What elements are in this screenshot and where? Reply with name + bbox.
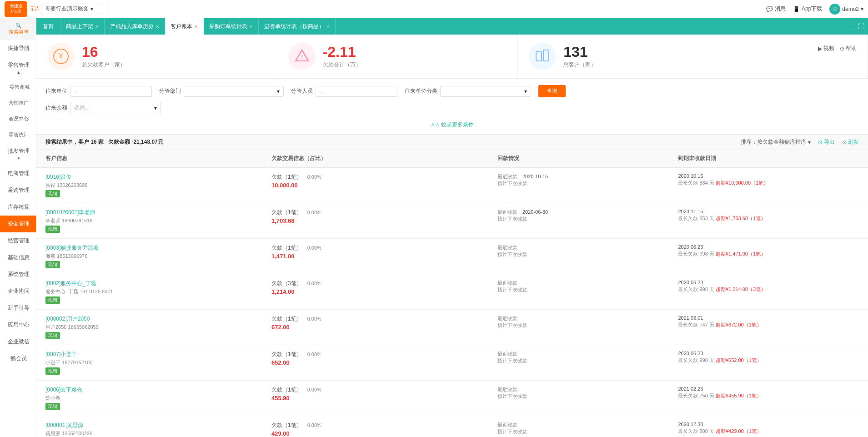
tab-customer-account[interactable]: 客户账本 ✕	[165, 18, 204, 35]
sidebar-item-member2[interactable]: 畅会员	[0, 350, 36, 367]
tab-home[interactable]: 首页	[36, 18, 60, 35]
message-btn[interactable]: 💬 消息	[766, 5, 786, 13]
due-overdue-1[interactable]: 超期¥1,703.68（1笔）	[716, 216, 766, 221]
stat-top-btns: ▶ 视频 ⊙ 帮助	[818, 45, 857, 52]
sidebar-retail-stat-label: 零售统计	[4, 131, 34, 138]
duedate-info-2: 2020.06.23 最长欠款 998 天 超期¥1,471.00（1笔）	[678, 244, 859, 257]
debt-amount-0: 10,000.00	[271, 182, 497, 189]
refresh-btn[interactable]: ⊙ 刷新	[842, 138, 859, 146]
sort-label: 排序：按欠款金额倒序排序	[741, 138, 806, 146]
sidebar-item-retail-mall[interactable]: 零售商城	[0, 79, 36, 95]
sidebar-item-marketing[interactable]: 营销推广	[0, 95, 36, 111]
next-pay-label-2: 预计下次收款	[497, 251, 678, 258]
return-label-2: 最近收款	[497, 244, 678, 251]
sidebar-item-biz[interactable]: 经营管理	[0, 232, 36, 249]
due-detail-7: 最长欠款 808 天 超期¥429.00（1笔）	[678, 428, 859, 435]
sidebar-item-search[interactable]: 🔍 搜索菜单	[0, 18, 36, 40]
sidebar-item-finance[interactable]: 资金管理	[0, 216, 36, 232]
last-pay-label-7: 最近收款	[497, 422, 517, 427]
tab-products[interactable]: 商品上下架 ✕	[60, 18, 105, 35]
debt-row-0: 欠款（1笔） 0.00%	[271, 173, 497, 181]
app-download-btn[interactable]: 📱 App下载	[793, 5, 822, 13]
export-btn[interactable]: ⊙ 导出	[818, 138, 835, 146]
sidebar-item-stock[interactable]: 库存核算	[0, 199, 36, 216]
stat-icon-debt: !	[288, 43, 316, 70]
sidebar-item-appcenter[interactable]: 应用中心	[0, 316, 36, 333]
balance-select[interactable]: 选择... ▾	[70, 102, 161, 114]
sidebar-item-member[interactable]: 会员中心	[0, 111, 36, 127]
top-bar: 畅捷通 好生意 示库 母婴行业演示账套 ▾ 💬 消息 📱 App下载 D dem…	[0, 0, 868, 18]
tab-customer-account-close[interactable]: ✕	[194, 24, 198, 29]
collapse-btn[interactable]: ∧∧ 收起更多条件	[431, 121, 474, 128]
stat-debtor-label: 总欠款客户（家）	[82, 61, 125, 69]
sort-selector[interactable]: 排序：按欠款金额倒序排序 ▾	[741, 138, 811, 146]
next-pay-label-3: 预计下次收款	[497, 286, 678, 293]
tab-production-close[interactable]: ✕	[156, 24, 159, 29]
due-date-4: 2021.03.01	[678, 315, 859, 321]
industry-label: 母婴行业演示账套	[45, 5, 89, 13]
sidebar-quicknav-label: 快捷导航	[4, 45, 34, 52]
customer-phone-1: 李老师 18600391516	[45, 217, 271, 224]
sidebar-item-retail[interactable]: 零售管理 ▲	[0, 57, 36, 79]
customer-name-4[interactable]: [000002]用户2050	[45, 315, 271, 323]
customer-name-2[interactable]: [0003]畅捷服务尹海燕	[45, 244, 271, 252]
tab-products-close[interactable]: ✕	[95, 24, 99, 29]
debt-info-6: 欠款（1笔） 0.00% 455.90	[271, 386, 497, 402]
sidebar-item-retail-stat[interactable]: 零售统计	[0, 127, 36, 143]
due-overdue-3[interactable]: 超期¥1,214.00（3笔）	[716, 286, 766, 292]
video-btn[interactable]: ▶ 视频	[818, 45, 834, 52]
user-menu[interactable]: D demo2 ▾	[829, 4, 863, 15]
app-icon: 📱	[793, 6, 800, 12]
refresh-icon: ⊙	[842, 139, 847, 146]
sidebar-item-corp[interactable]: 企业协同	[0, 283, 36, 300]
due-overdue-6[interactable]: 超期¥455.90（1笔）	[716, 393, 762, 398]
sidebar-item-basic[interactable]: 基础信息	[0, 249, 36, 266]
customer-tag-3: 现销	[45, 296, 60, 304]
tab-production[interactable]: 产成品入库单历史 ✕	[105, 18, 165, 35]
customer-name-7[interactable]: [000001]黄思源	[45, 422, 271, 429]
tab-purchase-order[interactable]: 采购订单统计表 ✕	[204, 18, 259, 35]
sidebar-appcenter-label: 应用中心	[4, 321, 34, 329]
unit-class-select[interactable]: ▾	[440, 86, 531, 97]
sidebar-item-newguide[interactable]: 新手引导	[0, 300, 36, 316]
customer-name-1[interactable]: [0001020001]李老师	[45, 209, 271, 216]
industry-selector[interactable]: 母婴行业演示账套 ▾	[41, 4, 109, 14]
sidebar-item-system[interactable]: 系统管理	[0, 266, 36, 283]
sidebar-ecom-label: 电商管理	[4, 170, 34, 177]
main-layout: 🔍 搜索菜单 快捷导航 零售管理 ▲ 零售商城 营销推广 会员中心 零售统计	[0, 18, 868, 437]
due-overdue-5[interactable]: 超期¥652.00（1笔）	[716, 357, 762, 363]
due-overdue-0[interactable]: 超期¥10,000.00（1笔）	[716, 180, 768, 186]
customer-name-0[interactable]: [0016]吕俊	[45, 173, 271, 181]
sidebar-item-quicknav[interactable]: 快捷导航	[0, 40, 36, 57]
sidebar-item-purchase[interactable]: 采购管理	[0, 182, 36, 199]
tab-inventory-stat[interactable]: 进货单统计表（按商品） ✕	[259, 18, 336, 35]
return-info-2: 最近收款 预计下次收款	[497, 244, 678, 258]
dept-select[interactable]: ▾	[184, 86, 284, 97]
person-input[interactable]: ...	[316, 86, 397, 97]
help-icon: ⊙	[840, 45, 844, 52]
customer-name-6[interactable]: [0006]去下粮仓	[45, 386, 271, 394]
debt-info-2: 欠款（1笔） 0.00% 1,471.00	[271, 244, 497, 261]
person-label: 分管人员	[291, 87, 313, 95]
sidebar-collapse[interactable]: 示库	[30, 5, 40, 12]
tab-purchase-order-close[interactable]: ✕	[249, 24, 253, 29]
sidebar-item-ecom[interactable]: 电商管理	[0, 165, 36, 182]
sidebar-purchase-label: 采购管理	[4, 186, 34, 194]
due-overdue-4[interactable]: 超期¥672.00（1笔）	[716, 322, 762, 327]
tab-inventory-stat-close[interactable]: ✕	[326, 24, 330, 29]
help-btn[interactable]: ⊙ 帮助	[840, 45, 857, 52]
customer-name-3[interactable]: [0002]服务中心_丁磊	[45, 280, 271, 287]
sidebar-item-corpwx[interactable]: 企业微信	[0, 333, 36, 350]
sidebar-item-batch[interactable]: 批发管理 ▾	[0, 143, 36, 165]
window-maximize-icon[interactable]: ⛶	[858, 23, 864, 30]
customer-name-5[interactable]: [0007]小迸干	[45, 351, 271, 358]
stat-icon-total	[529, 43, 556, 70]
message-label: 消息	[775, 5, 786, 13]
debt-percent-0: 0.00%	[307, 174, 321, 180]
query-button[interactable]: 查询	[538, 85, 566, 97]
due-overdue-7[interactable]: 超期¥429.00（1笔）	[716, 428, 762, 434]
due-overdue-2[interactable]: 超期¥1,471.00（1笔）	[716, 251, 766, 256]
window-minimize-icon[interactable]: —	[848, 23, 854, 30]
source-unit-input[interactable]: ...	[70, 86, 152, 97]
customer-tag-4: 现销	[45, 332, 60, 339]
